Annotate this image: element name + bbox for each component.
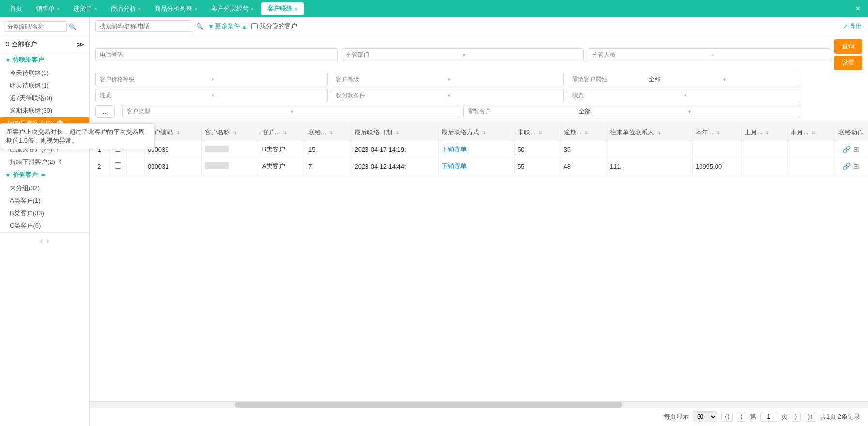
next-page-button[interactable]: ⟩ [792, 412, 801, 422]
filter-row-2: 客户价格等级 ▾ 客户等级 ▾ 零散客户属性 全部 ▾ [95, 73, 862, 86]
sidebar-item-b-class[interactable]: B类客户(33) [0, 207, 89, 220]
sidebar-item-unclassified[interactable]: 未分组(32) [0, 182, 89, 194]
sidebar-scroll-right[interactable]: › [46, 236, 49, 245]
row-grid-icon-1[interactable]: ⊞ [853, 146, 859, 153]
retail-attr-filter[interactable]: 零散客户属性 全部 ▾ [568, 73, 800, 86]
cell-type-2: A类客户 [259, 158, 305, 175]
sidebar-item-today[interactable]: 今天待联络(0) [0, 67, 89, 79]
per-page-select[interactable]: 50 20 100 [693, 411, 717, 422]
col-header-this-year[interactable]: 本年... ⇅ [692, 124, 741, 141]
payment-filter[interactable]: 收付款条件 ▾ [332, 89, 564, 102]
all-customers-section[interactable]: ⠿ 全部客户 ≫ [0, 36, 89, 53]
ellipsis-filter[interactable]: ... [95, 105, 115, 118]
col-header-last-month[interactable]: 上月... ⇅ [742, 124, 788, 141]
cell-method-2[interactable]: 下销货单 [438, 158, 514, 175]
horizontal-scrollbar[interactable] [90, 401, 868, 407]
col-header-actions: 联络动作 [834, 124, 868, 141]
row-checkbox-2[interactable] [115, 162, 121, 169]
gender-filter[interactable]: 性质 ▾ [95, 89, 328, 102]
nav-tab-product-analysis[interactable]: 商品分析 × [105, 2, 147, 15]
row-grid-icon-2[interactable]: ⊞ [853, 162, 859, 170]
filter-search-input[interactable] [95, 20, 192, 32]
price-level-filter[interactable]: 客户价格等级 ▾ [95, 73, 328, 86]
close-customer-contact-tab[interactable]: × [294, 6, 297, 12]
close-sales-tab[interactable]: × [57, 6, 60, 12]
col-header-type[interactable]: 客户... ⇅ [259, 124, 305, 141]
declining-help-icon[interactable]: ? [59, 159, 61, 165]
col-header-last-date[interactable]: 最后联络日期 ⇅ [351, 124, 438, 141]
nav-tab-home[interactable]: 首页 [4, 2, 28, 15]
prev-page-button[interactable]: ⟨ [737, 412, 746, 422]
value-customer-edit-icon[interactable]: ✏ [41, 172, 46, 178]
sidebar-item-tomorrow[interactable]: 明天待联络(1) [0, 79, 89, 92]
sidebar-scroll-left[interactable]: ‹ [40, 236, 43, 245]
col-header-last-method[interactable]: 最后联络方式 ⇅ [438, 124, 514, 141]
pending-contact-group[interactable]: ▼ 待联络客户 [0, 53, 89, 67]
sidebar-search-input[interactable] [4, 21, 67, 32]
collapse-sidebar-icon[interactable]: ≫ [77, 41, 84, 48]
nav-tab-purchase[interactable]: 进货单 × [67, 2, 103, 15]
more-conditions-button[interactable]: ▼ 更多条件 ▲ [208, 22, 247, 30]
status-filter[interactable]: 状态 ▾ [568, 89, 800, 102]
payment-arrow: ▾ [448, 93, 560, 98]
person-filter[interactable]: 分管人员 ··· [588, 48, 830, 61]
col-header-overdue[interactable]: 逾期... ⇅ [561, 124, 607, 141]
settings-button[interactable]: 设置 [834, 56, 862, 70]
col-header-this-month[interactable]: 本月... ⇅ [788, 124, 834, 141]
cell-overdue-2: 48 [561, 158, 607, 175]
sidebar-item-a-class[interactable]: A类客户(1) [0, 194, 89, 207]
close-product-list-tab[interactable]: × [194, 6, 197, 12]
value-customer-group[interactable]: ▼ 价值客户 ✏ [0, 168, 89, 182]
cell-method-1[interactable]: 下销货单 [438, 141, 514, 158]
col-header-unit-contact[interactable]: 往来单位联系人 ⇅ [607, 124, 693, 141]
row-link-icon-2[interactable]: 🔗 [842, 162, 851, 170]
cell-unit-contact-1 [607, 141, 693, 158]
sidebar-bottom: ‹ › [0, 232, 89, 249]
cell-no-contact-2: 55 [515, 158, 561, 175]
cell-actions-1: 🔗 ⊞ [834, 141, 868, 158]
nav-tab-customer-contact[interactable]: 客户联络 × [261, 2, 303, 15]
sort-last-month-icon: ⇅ [765, 130, 769, 135]
sidebar-item-7days[interactable]: 近7天待联络(0) [0, 92, 89, 104]
nav-tab-product-list[interactable]: 商品分析列表 × [149, 2, 203, 15]
close-purchase-tab[interactable]: × [94, 6, 97, 12]
customer-level-filter[interactable]: 客户等级 ▾ [332, 73, 564, 86]
phone-filter[interactable]: 电话号码 [95, 48, 338, 61]
sidebar-item-c-class[interactable]: C类客户(6) [0, 220, 89, 232]
cell-settings-2 [126, 158, 145, 175]
window-close-button[interactable]: × [852, 4, 864, 13]
dept-filter[interactable]: 分管部门 ▾ [342, 48, 584, 61]
close-product-analysis-tab[interactable]: × [138, 6, 141, 12]
sidebar-search-icon[interactable]: 🔍 [69, 23, 76, 30]
customer-type-arrow: ▾ [291, 109, 455, 114]
triangle-icon: ▼ [5, 57, 11, 64]
first-page-button[interactable]: ⟨⟨ [721, 412, 733, 422]
query-button[interactable]: 查询 [834, 39, 862, 54]
customer-type-filter[interactable]: 客户类型 ▾ [122, 105, 459, 118]
nav-tab-customer-tier[interactable]: 客户分层经营 × [205, 2, 259, 15]
page-number-input[interactable] [760, 412, 777, 422]
filter-icon: ▼ [208, 23, 214, 30]
col-header-contact-count[interactable]: 联络... ⇅ [305, 124, 351, 141]
col-header-name[interactable]: 客户名称 ⇅ [202, 124, 259, 141]
retail-customer-arrow: ▾ [688, 109, 796, 114]
sidebar-item-overdue[interactable]: 逾期未联络(30) [0, 104, 89, 117]
cell-check-2[interactable] [109, 158, 126, 175]
sidebar-item-declining[interactable]: 持续下滑客户(2) ? [0, 156, 89, 168]
retail-customer-filter[interactable]: 零散客户 全部 ▾ [463, 105, 800, 118]
last-page-button[interactable]: ⟩⟩ [805, 412, 816, 422]
person-more-icon[interactable]: ··· [710, 51, 826, 58]
sidebar: 🔍 ⠿ 全部客户 ≫ ▼ 待联络客户 今天待联络(0) 明天待联络(1) 近7天… [0, 17, 90, 426]
scrollbar-thumb[interactable] [235, 402, 622, 408]
row-link-icon-1[interactable]: 🔗 [842, 146, 851, 153]
my-customers-checkbox-label[interactable]: 我分管的客户 [251, 22, 297, 30]
cell-overdue-1: 35 [561, 141, 607, 158]
nav-tab-sales[interactable]: 销售单 × [30, 2, 65, 15]
cell-this-month-1 [788, 141, 834, 158]
filter-search-button[interactable]: 🔍 [196, 23, 204, 30]
my-customers-checkbox[interactable] [251, 23, 258, 29]
close-customer-tier-tab[interactable]: × [251, 6, 254, 12]
export-button[interactable]: ↗ 导出 [843, 22, 862, 30]
sort-unit-icon: ⇅ [657, 130, 661, 135]
col-header-no-contact[interactable]: 未联... ⇅ [515, 124, 561, 141]
